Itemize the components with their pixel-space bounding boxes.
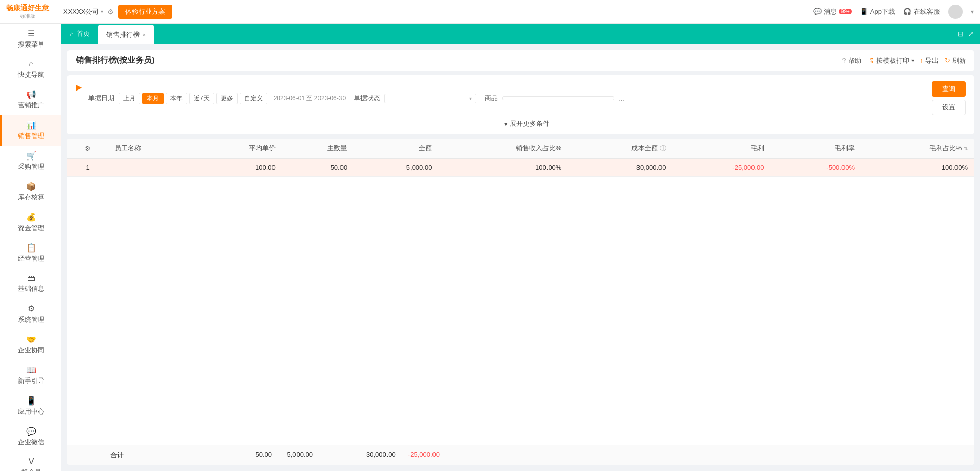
gear-icon[interactable]: ⚙ <box>107 8 114 16</box>
print-dropdown-icon: ▾ <box>911 58 914 63</box>
footer-sales-pct <box>319 451 360 460</box>
table-header: ⚙ 员工名称 平均单价 主数量 全额 销售收入占比% 成本全额 ⓘ 毛利 毛利率… <box>67 139 974 159</box>
sidebar-item-finance[interactable]: 💰 资金管理 <box>0 207 61 238</box>
table-area: ⚙ 员工名称 平均单价 主数量 全额 销售收入占比% 成本全额 ⓘ 毛利 毛利率… <box>67 139 974 465</box>
sidebar-label-guide: 新手引导 <box>18 376 44 386</box>
expand-more-button[interactable]: ▾ 展开更多条件 <box>88 119 966 128</box>
settings-button[interactable]: 设置 <box>932 100 966 115</box>
sidebar-item-marketing[interactable]: 📢 营销推广 <box>0 84 61 115</box>
sidebar-item-wechat[interactable]: 💬 企业微信 <box>0 421 61 452</box>
sidebar-label-wechat: 企业微信 <box>18 438 44 447</box>
col-gross-rate: 毛利率 <box>770 139 861 159</box>
message-label: 消息 <box>824 7 837 16</box>
tab-home[interactable]: ⌂ 首页 <box>61 24 98 44</box>
more-filters-icon[interactable]: ... <box>619 95 624 102</box>
sales-icon: 📊 <box>26 120 36 130</box>
wechat-icon: 💬 <box>26 427 36 436</box>
member-icon: V <box>29 457 34 466</box>
sidebar-item-purchase[interactable]: 🛒 采购管理 <box>0 146 61 176</box>
sidebar-label-search: 搜索菜单 <box>18 40 44 49</box>
message-icon: 💬 <box>813 8 822 15</box>
date-btn-7days[interactable]: 近7天 <box>189 93 214 104</box>
sidebar-item-inventory[interactable]: 📦 库存核算 <box>0 176 61 207</box>
main-layout: ☰ 搜索菜单 ⌂ 快捷导航 📢 营销推广 📊 销售管理 🛒 采购管理 📦 库存核… <box>0 24 980 471</box>
username-label: ▾ <box>971 8 974 15</box>
expand-icon[interactable]: ⤢ <box>968 30 974 38</box>
inventory-icon: 📦 <box>26 182 36 191</box>
expand-label: 展开更多条件 <box>510 119 550 128</box>
sidebar-item-apps[interactable]: 📱 应用中心 <box>0 391 61 421</box>
status-dropdown-icon: ▾ <box>469 96 472 101</box>
status-select[interactable]: ▾ <box>384 94 476 103</box>
sort-icon[interactable]: ⇅ <box>964 146 968 151</box>
sidebar-item-operations[interactable]: 📋 经营管理 <box>0 238 61 268</box>
date-btn-this-month[interactable]: 本月 <box>142 93 164 104</box>
cell-name <box>108 159 195 177</box>
trial-button[interactable]: 体验行业方案 <box>118 5 172 19</box>
app-download-button[interactable]: 📱 App下载 <box>860 7 895 16</box>
date-btn-more[interactable]: 更多 <box>216 93 238 104</box>
date-label: 单据日期 <box>88 94 115 103</box>
filter-actions: 查询 设置 <box>932 81 966 115</box>
company-selector[interactable]: XXXXX公司 ▾ <box>63 7 103 16</box>
page-title: 销售排行榜(按业务员) <box>76 55 155 66</box>
apps-icon: 📱 <box>26 396 36 406</box>
goods-input[interactable] <box>502 96 614 100</box>
filter-row-1: 单据日期 上月 本月 本年 近7天 更多 自定义 2023-06-01 至 20… <box>88 81 966 115</box>
sidebar-item-member[interactable]: V 畅会员 <box>0 452 61 471</box>
system-icon: ⚙ <box>28 304 35 313</box>
message-button[interactable]: 💬 消息 99+ <box>813 7 852 16</box>
nav-icon: ⌂ <box>29 59 34 69</box>
sidebar-item-system[interactable]: ⚙ 系统管理 <box>0 299 61 329</box>
footer-qty: 50.00 <box>237 451 278 460</box>
finance-icon: 💰 <box>26 212 36 222</box>
date-btn-last-month[interactable]: 上月 <box>119 93 140 104</box>
date-btn-this-year[interactable]: 本年 <box>166 93 187 104</box>
footer-gross-rate <box>446 451 487 460</box>
page-header: 销售排行榜(按业务员) ? 帮助 🖨 按模板打印 ▾ ↑ 导出 <box>67 50 974 71</box>
chevron-down-icon: ▾ <box>504 120 508 128</box>
sidebar-item-nav[interactable]: ⌂ 快捷导航 <box>0 54 61 84</box>
help-button[interactable]: ? 帮助 <box>842 56 861 65</box>
purchase-icon: 🛒 <box>26 151 36 161</box>
sidebar-item-guide[interactable]: 📖 新手引导 <box>0 360 61 391</box>
sidebar-item-sales[interactable]: 📊 销售管理 <box>0 115 61 146</box>
close-icon[interactable]: × <box>143 32 146 38</box>
online-service-button[interactable]: 🎧 在线客服 <box>903 7 940 16</box>
online-service-label: 在线客服 <box>914 7 940 16</box>
avatar[interactable] <box>948 5 963 19</box>
cell-gross-rate: -500.00% <box>770 159 861 177</box>
sidebar-item-basic[interactable]: 🗃 基础信息 <box>0 268 61 299</box>
footer-empty-1 <box>74 451 104 460</box>
operations-icon: 📋 <box>26 243 36 253</box>
query-button[interactable]: 查询 <box>932 81 966 97</box>
search-icon: ☰ <box>28 29 35 38</box>
cell-gross-pct: 100.00% <box>861 159 974 177</box>
sidebar-item-collab[interactable]: 🤝 企业协同 <box>0 329 61 360</box>
sidebar-item-search[interactable]: ☰ 搜索菜单 <box>0 24 61 54</box>
tab-sales-ranking[interactable]: 销售排行榜 × <box>98 25 154 45</box>
topbar-right: 💬 消息 99+ 📱 App下载 🎧 在线客服 ▾ <box>813 5 974 19</box>
tab-home-label: 首页 <box>77 29 90 38</box>
minimize-icon[interactable]: ⊟ <box>958 30 964 38</box>
refresh-button[interactable]: ↻ 刷新 <box>945 56 966 65</box>
sidebar: ☰ 搜索菜单 ⌂ 快捷导航 📢 营销推广 📊 销售管理 🛒 采购管理 📦 库存核… <box>0 24 61 471</box>
table-body: 1 100.00 50.00 5,000.00 100.00% 30,000.0… <box>67 159 974 177</box>
filter-toggle-icon[interactable]: ▶ <box>76 82 82 92</box>
cell-cost: 30,000.00 <box>567 159 672 177</box>
cell-avg-price: 100.00 <box>195 159 282 177</box>
date-btn-custom[interactable]: 自定义 <box>240 93 267 104</box>
cost-help-icon[interactable]: ⓘ <box>660 145 666 152</box>
collab-icon: 🤝 <box>26 334 36 344</box>
sidebar-label-inventory: 库存核算 <box>18 193 44 202</box>
print-button[interactable]: 🖨 按模板打印 ▾ <box>868 56 914 65</box>
filter-area: ▶ 单据日期 上月 本月 本年 近7天 更多 <box>67 75 974 134</box>
sidebar-label-operations: 经营管理 <box>18 254 44 263</box>
export-button[interactable]: ↑ 导出 <box>920 56 939 65</box>
col-settings[interactable]: ⚙ <box>67 139 108 159</box>
company-name: XXXXX公司 <box>63 7 99 16</box>
cell-sales-pct: 100.00% <box>438 159 567 177</box>
date-range-display: 2023-06-01 至 2023-06-30 <box>274 94 346 103</box>
sidebar-label-purchase: 采购管理 <box>18 162 44 171</box>
sidebar-label-finance: 资金管理 <box>18 223 44 233</box>
